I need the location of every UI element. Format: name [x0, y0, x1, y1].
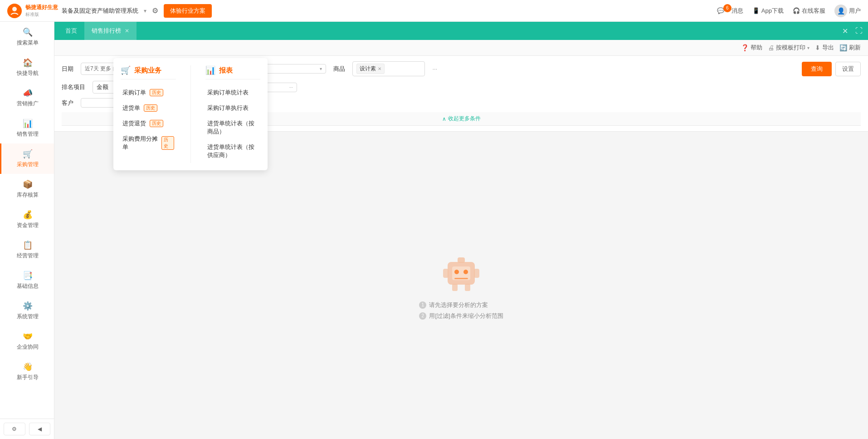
svg-rect-9: [452, 284, 458, 291]
action-buttons: 查询 设置: [802, 62, 861, 76]
tab-sales-rank[interactable]: 销售排行榜 ✕: [84, 22, 137, 40]
settings-button[interactable]: 设置: [835, 62, 861, 76]
sidebar-item-search[interactable]: 🔍 搜索菜单: [0, 22, 54, 52]
sidebar-item-inventory[interactable]: 📦 库存核算: [0, 174, 54, 204]
print-action[interactable]: 🖨 按模板打印 ▾: [768, 44, 809, 52]
user-action[interactable]: 👤 用户: [834, 5, 861, 17]
logo-line1: 畅捷通好生意: [25, 4, 58, 11]
gear-icon: ⚙️: [23, 301, 33, 311]
content-area: 首页 销售排行榜 ✕ ✕ ⛶ ❓ 帮助 🖨 按模板打印 ▾: [54, 22, 868, 439]
document-icon: 📑: [23, 271, 33, 281]
goods-control[interactable]: 设计素 ✕: [352, 61, 425, 76]
top-header: 畅捷通好生意 标准版 装备及固定资产辅助管理系统 ▾ ⚙ 体验行业方案 💬 6 …: [0, 0, 868, 22]
sidebar-label-system: 系统管理: [17, 313, 39, 321]
print-dropdown-icon[interactable]: ▾: [807, 45, 809, 50]
notification-badge: 6: [723, 4, 731, 12]
goods-ellipsis[interactable]: ···: [432, 65, 437, 72]
menu-item-order-exec-label: 采购订单执行表: [207, 104, 249, 112]
menu-item-purchase-receipt[interactable]: 进货单 历史: [121, 100, 176, 116]
menu-item-purchase-order[interactable]: 采购订单 历史: [121, 85, 176, 100]
notification-action[interactable]: 💬 6 消息: [717, 7, 743, 15]
refresh-action[interactable]: 🔄 刷新: [839, 44, 861, 52]
tab-home[interactable]: 首页: [58, 22, 84, 40]
sidebar-label-basic-info: 基础信息: [17, 282, 39, 290]
help-label: 帮助: [751, 44, 762, 52]
reports-column: 📊 报表 采购订单统计表 采购订单执行表 进货单统计表（按商品） 进货单统计表（…: [205, 65, 261, 163]
sidebar-label-finance: 资金管理: [17, 222, 39, 229]
sidebar-label-quicknav: 快捷导航: [17, 69, 39, 77]
sidebar-item-enterprise[interactable]: 🤝 企业协同: [0, 326, 54, 356]
tip-text-1: 请先选择要分析的方案: [429, 301, 488, 309]
goods-label: 商品: [333, 65, 345, 73]
collapse-text: 收起更多条件: [448, 115, 481, 123]
sidebar-item-operations[interactable]: 📋 经营管理: [0, 235, 54, 265]
megaphone-icon: 📣: [23, 88, 33, 98]
purchase-business-column: 🛒 采购业务 采购订单 历史 进货单 历史 进货退货 历史: [121, 65, 176, 163]
sidebar-label-sales: 销售管理: [17, 130, 39, 138]
chart-icon: 📊: [23, 118, 33, 128]
sidebar-footer: ⚙ ◀: [0, 419, 54, 439]
menu-divider: [190, 65, 191, 163]
system-settings-icon[interactable]: ⚙: [152, 6, 158, 15]
sidebar-label-marketing: 营销推广: [17, 100, 39, 108]
print-label: 按模板打印: [776, 44, 805, 52]
salesperson-ellipsis: ···: [289, 85, 293, 90]
svg-point-3: [454, 270, 459, 274]
svg-rect-5: [454, 278, 468, 279]
tab-close-icon[interactable]: ✕: [125, 28, 129, 34]
toolbar: ❓ 帮助 🖨 按模板打印 ▾ ⬇ 导出 🔄 刷新: [54, 40, 868, 56]
box-icon: 📦: [23, 179, 33, 189]
menu-item-receipt-stats-supplier[interactable]: 进货单统计表（按供应商）: [205, 139, 261, 163]
sidebar-item-system[interactable]: ⚙️ 系统管理: [0, 296, 54, 326]
sidebar-item-finance[interactable]: 💰 资金管理: [0, 204, 54, 235]
menu-item-order-exec[interactable]: 采购订单执行表: [205, 100, 261, 116]
tab-bar: 首页 销售排行榜 ✕ ✕ ⛶: [54, 22, 868, 40]
reports-header: 📊 报表: [205, 65, 261, 79]
header-center: 装备及固定资产辅助管理系统 ▾ ⚙ 体验行业方案: [62, 4, 717, 18]
menu-item-receipt-label: 进货单: [122, 104, 140, 112]
export-action[interactable]: ⬇ 导出: [815, 44, 834, 52]
menu-item-order-stats[interactable]: 采购订单统计表: [205, 85, 261, 100]
goods-tag-close[interactable]: ✕: [378, 66, 381, 71]
svg-point-4: [463, 270, 468, 274]
sidebar: 🔍 搜索菜单 🏠 快捷导航 📣 营销推广 📊 销售管理 🛒 采购管理 📦 库存核…: [0, 22, 54, 439]
rank-value: 金额: [97, 83, 108, 91]
sidebar-collapse-button[interactable]: ◀: [29, 423, 51, 435]
empty-state: 1 请先选择要分析的方案 2 用[过滤]条件来缩小分析范围: [54, 132, 868, 439]
menu-item-receipt-stats-goods-label: 进货单统计表（按商品）: [207, 119, 259, 136]
sidebar-label-operations: 经营管理: [17, 252, 39, 260]
menu-item-purchase-expense[interactable]: 采购费用分摊单 历史: [121, 131, 176, 155]
system-dropdown-arrow[interactable]: ▾: [144, 8, 146, 14]
sidebar-item-sales[interactable]: 📊 销售管理: [0, 113, 54, 143]
purchase-business-header: 🛒 采购业务: [121, 65, 176, 79]
tab-close-all-button[interactable]: ✕: [840, 25, 850, 37]
app-download-action[interactable]: 📱 App下载: [752, 7, 784, 15]
sidebar-item-newbie[interactable]: 👋 新手引导: [0, 356, 54, 387]
industry-button[interactable]: 体验行业方案: [164, 4, 212, 18]
cart-icon: 🛒: [23, 149, 33, 159]
sidebar-item-basic-info[interactable]: 📑 基础信息: [0, 265, 54, 296]
home-icon: 🏠: [23, 58, 33, 68]
menu-item-receipt-stats-goods[interactable]: 进货单统计表（按商品）: [205, 116, 261, 139]
notification-label: 消息: [731, 7, 743, 15]
sidebar-item-purchase[interactable]: 🛒 采购管理: [0, 143, 54, 174]
help-action[interactable]: ❓ 帮助: [741, 44, 762, 52]
app-download-label: App下载: [761, 7, 784, 15]
tab-sales-rank-label: 销售排行榜: [92, 27, 121, 35]
svg-rect-10: [465, 284, 470, 291]
export-icon: ⬇: [815, 44, 820, 51]
query-button[interactable]: 查询: [802, 62, 832, 76]
sidebar-item-quicknav[interactable]: 🏠 快捷导航: [0, 52, 54, 83]
goods-tag-text: 设计素: [360, 65, 376, 73]
online-service-action[interactable]: 🎧 在线客服: [793, 7, 825, 15]
rank-label: 排名项目: [62, 83, 85, 91]
sidebar-settings-button[interactable]: ⚙: [4, 423, 25, 435]
search-icon: 🔍: [23, 27, 33, 37]
svg-rect-7: [443, 269, 449, 278]
sidebar-label-search: 搜索菜单: [17, 39, 39, 47]
system-name: 装备及固定资产辅助管理系统: [62, 7, 138, 15]
tab-maximize-button[interactable]: ⛶: [853, 25, 864, 37]
sidebar-item-marketing[interactable]: 📣 营销推广: [0, 83, 54, 113]
menu-item-purchase-return[interactable]: 进货退货 历史: [121, 116, 176, 131]
svg-rect-6: [458, 257, 465, 263]
